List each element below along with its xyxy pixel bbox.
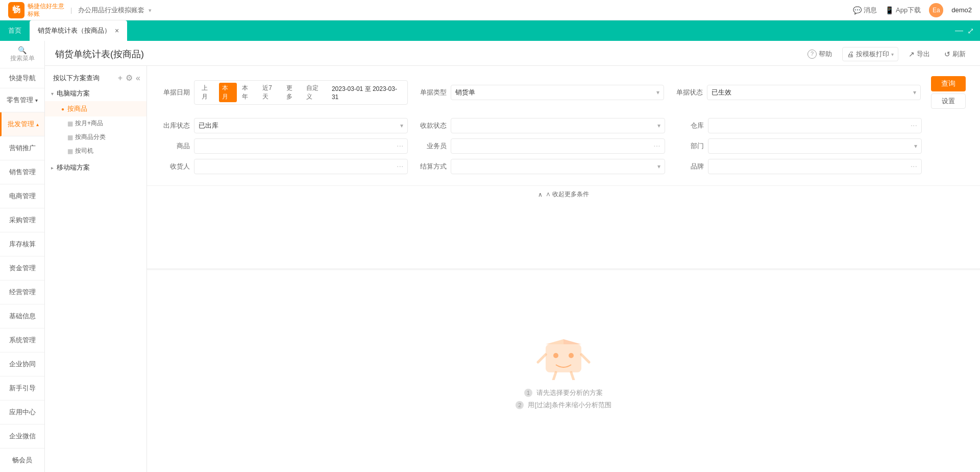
export-button[interactable]: 导出 <box>904 48 934 61</box>
filter-results-area: 单据日期 上月 本月 本年 近7天 更多 自定义 2023-03-01 至 20… <box>147 66 980 472</box>
tab-actions: — ⤢ <box>955 26 980 36</box>
settings-button[interactable]: 设置 <box>931 93 966 109</box>
tab-close-icon[interactable]: × <box>115 27 119 35</box>
user-name[interactable]: demo2 <box>951 6 972 14</box>
consignee-dots-icon[interactable]: ··· <box>397 162 403 171</box>
scheme-item-month-goods[interactable]: ▦ 按月+商品 <box>45 116 146 130</box>
filter-grid: 单据日期 上月 本月 本年 近7天 更多 自定义 2023-03-01 至 20… <box>147 66 980 185</box>
sidebar-item-member[interactable]: 畅会员 <box>0 449 44 472</box>
page-header: 销货单统计表(按商品) 帮助 按模板打印 ▾ 导出 刷新 <box>45 41 980 66</box>
pc-group-arrow: ▾ <box>51 91 54 97</box>
sidebar-item-ecommerce[interactable]: 电商管理 <box>0 184 44 208</box>
scheme-group-pc-header[interactable]: ▾ 电脑端方案 <box>45 86 146 101</box>
filter-brand-control[interactable]: ··· <box>708 159 922 174</box>
scheme-add-button[interactable]: + <box>118 74 122 83</box>
scheme-item-goods-category[interactable]: ▦ 按商品分类 <box>45 130 146 144</box>
scheme-collapse-button[interactable]: « <box>136 74 140 83</box>
date-more[interactable]: 更多 <box>283 83 302 102</box>
filter-cell-consignee: 收货人 ··· <box>155 159 412 174</box>
sidebar-item-system[interactable]: 系统管理 <box>0 328 44 352</box>
app-download-button[interactable]: App下载 <box>885 6 921 15</box>
filter-department-control[interactable] <box>708 138 922 154</box>
brand-dots-icon[interactable]: ··· <box>911 162 917 171</box>
scheme-group-mobile: ▸ 移动端方案 <box>45 160 146 175</box>
tabbar: 首页 销货单统计表（按商品） × — ⤢ <box>0 20 980 41</box>
scheme-config-button[interactable]: ⚙ <box>126 73 133 83</box>
date-range-text: 2023-03-01 至 2023-03-31 <box>332 85 403 101</box>
doc-status-dropdown-icon[interactable] <box>913 89 916 96</box>
sidebar-item-finance[interactable]: 资金管理 <box>0 256 44 280</box>
sidebar-item-sales[interactable]: 销售管理 <box>0 160 44 184</box>
tab-active[interactable]: 销货单统计表（按商品） × <box>30 20 127 41</box>
filter-doc-status-control[interactable]: 已生效 <box>707 85 921 100</box>
warehouse-dots-icon[interactable]: ··· <box>911 121 917 130</box>
sidebar-item-operations[interactable]: 经营管理 <box>0 280 44 304</box>
avatar[interactable]: Ea <box>929 3 943 17</box>
out-status-dropdown-icon[interactable] <box>400 122 403 129</box>
topbar-title-arrow[interactable]: ▾ <box>149 7 152 13</box>
filter-date-control[interactable]: 上月 本月 本年 近7天 更多 自定义 2023-03-01 至 2023-03… <box>194 80 408 105</box>
filter-cell-doc-status: 单据状态 已生效 <box>668 85 925 100</box>
sidebar-item-wechat[interactable]: 企业微信 <box>0 424 44 449</box>
scheme-item-by-goods[interactable]: ● 按商品 <box>45 101 146 116</box>
filter-goods-control[interactable]: ··· <box>194 138 408 154</box>
salesperson-dots-icon[interactable]: ··· <box>653 141 660 151</box>
page-title: 销货单统计表(按商品) <box>55 48 144 60</box>
scheme-item-driver[interactable]: ▦ 按司机 <box>45 144 146 158</box>
sidebar-item-basic-info[interactable]: 基础信息 <box>0 304 44 328</box>
svg-point-3 <box>553 353 558 358</box>
sidebar-item-app-center[interactable]: 应用中心 <box>0 400 44 424</box>
wholesale-expand-icon <box>36 122 39 127</box>
help-icon <box>807 50 817 59</box>
sidebar-item-wholesale[interactable]: 批发管理 <box>0 112 44 136</box>
left-nav: 🔍 搜索菜单 快捷导航 零售管理 批发管理 营销推广 销售管理 电商管理 采购管… <box>0 41 45 472</box>
department-dropdown-icon[interactable] <box>914 143 917 150</box>
doc-type-dropdown-icon[interactable] <box>656 89 659 96</box>
sidebar-item-inventory[interactable]: 库存核算 <box>0 232 44 256</box>
sidebar-item-retail[interactable]: 零售管理 <box>0 88 44 112</box>
collapse-bar[interactable]: ∧ ∧ 收起更多条件 <box>147 185 980 203</box>
date-custom[interactable]: 自定义 <box>303 83 328 102</box>
date-week[interactable]: 近7天 <box>259 83 281 102</box>
print-button[interactable]: 按模板打印 ▾ <box>842 47 898 61</box>
sidebar-item-quick-nav[interactable]: 快捷导航 <box>0 68 44 88</box>
tab-minimize-icon[interactable]: — <box>955 26 963 35</box>
sidebar-item-purchase[interactable]: 采购管理 <box>0 208 44 232</box>
message-button[interactable]: 消息 <box>853 6 877 15</box>
filter-salesperson-control[interactable]: ··· <box>451 138 665 154</box>
query-button[interactable]: 查询 <box>931 76 966 91</box>
empty-tip-2: 2 用[过滤]条件来缩小分析范围 <box>516 400 611 410</box>
empty-tips: 1 请先选择要分析的方案 2 用[过滤]条件来缩小分析范围 <box>516 388 611 413</box>
logo-symbol: 畅 <box>12 5 20 15</box>
date-month[interactable]: 本月 <box>219 83 237 102</box>
date-year[interactable]: 本年 <box>239 83 257 102</box>
payment-status-dropdown-icon[interactable] <box>657 122 660 129</box>
filter-out-status-control[interactable]: 已出库 <box>194 118 408 133</box>
sidebar-item-newbie[interactable]: 新手引导 <box>0 376 44 400</box>
goods-dots-icon[interactable]: ··· <box>397 141 403 151</box>
tab-maximize-icon[interactable]: ⤢ <box>967 26 974 36</box>
month-goods-icon: ▦ <box>67 120 73 127</box>
filter-cell-department: 部门 <box>669 138 926 154</box>
print-dropdown-icon[interactable]: ▾ <box>891 52 894 57</box>
logo-area: 畅 畅捷信好生意 标账 <box>8 2 64 18</box>
filter-cell-brand: 品牌 ··· <box>669 159 926 174</box>
topbar-title[interactable]: 办公用品行业模拟账套 ▾ <box>78 6 152 15</box>
filter-consignee-control[interactable]: ··· <box>194 159 408 174</box>
tab-home[interactable]: 首页 <box>0 20 30 41</box>
date-prev-month[interactable]: 上月 <box>199 83 217 102</box>
settlement-dropdown-icon[interactable] <box>657 163 660 170</box>
refresh-button[interactable]: 刷新 <box>940 48 970 61</box>
filter-payment-status-control[interactable] <box>451 118 665 133</box>
topbar: 畅 畅捷信好生意 标账 | 办公用品行业模拟账套 ▾ 消息 App下载 Ea d… <box>0 0 980 20</box>
sidebar-item-marketing[interactable]: 营销推广 <box>0 136 44 160</box>
svg-line-8 <box>571 372 574 380</box>
scheme-group-mobile-header[interactable]: ▸ 移动端方案 <box>45 160 146 175</box>
filter-warehouse-control[interactable]: ··· <box>708 118 922 133</box>
help-button[interactable]: 帮助 <box>803 48 836 61</box>
filter-doc-type-control[interactable]: 销货单 <box>451 85 665 100</box>
filter-settlement-control[interactable] <box>451 159 665 174</box>
sidebar-item-search-menu[interactable]: 🔍 搜索菜单 <box>0 41 44 68</box>
sidebar-item-enterprise[interactable]: 企业协同 <box>0 352 44 376</box>
filter-cell-goods: 商品 ··· <box>155 138 412 154</box>
